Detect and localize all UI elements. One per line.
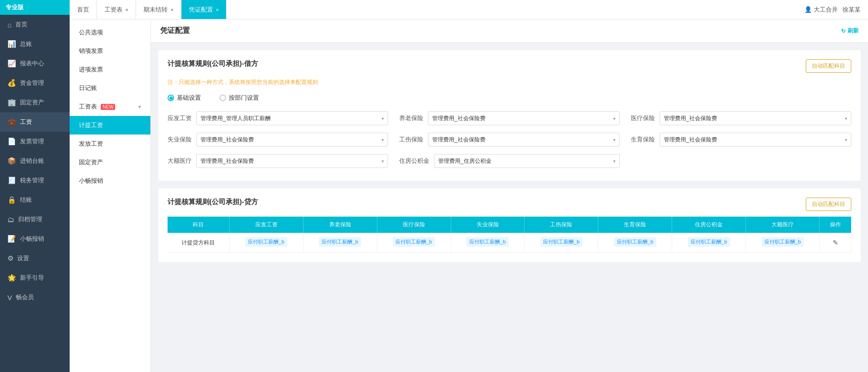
sidebar-item-assets-label: 固定资产: [20, 98, 44, 107]
user-icon: 👤 大工合并: [804, 6, 838, 14]
left-nav: 公共选项 销项发票 进项发票 日记账 工资表 NEW ▾ 计提工资 发放工资: [70, 19, 151, 372]
tax-icon: 🧾: [7, 176, 16, 185]
leftnav-public[interactable]: 公共选项: [70, 23, 150, 42]
leftnav-journal[interactable]: 日记账: [70, 79, 150, 97]
close-period-tab[interactable]: ×: [170, 7, 173, 13]
debit-field-unemploy: 失业保险 管理费用_社会保险费 ▾: [168, 133, 388, 147]
funds-icon: 💰: [7, 79, 16, 87]
leftnav-fixed-assets[interactable]: 固定资产: [70, 153, 150, 172]
sidebar-item-home[interactable]: ⌂ 首页: [0, 15, 70, 34]
home-icon: ⌂: [7, 21, 12, 29]
select-housing[interactable]: 管理费用_住房公积金 ▾: [434, 154, 620, 168]
sidebar-item-invoice-label: 发票管理: [20, 137, 44, 146]
leftnav-purchase-invoice[interactable]: 进项发票: [70, 60, 150, 79]
th-bigmed: 大额医疗: [746, 217, 820, 233]
select-medical[interactable]: 管理费用_社会保险费 ▾: [660, 111, 851, 125]
tab-period[interactable]: 期末结转 ×: [136, 0, 181, 19]
debit-field-medical: 医疗保险 管理费用_社会保险费 ▾: [631, 111, 851, 125]
archive-icon: 🗂: [7, 216, 14, 224]
sidebar-item-close[interactable]: 🔒 结账: [0, 190, 70, 210]
select-pension[interactable]: 管理费用_社会保险费 ▾: [428, 111, 620, 125]
leftnav-accrual[interactable]: 计提工资: [70, 116, 150, 135]
sidebar-item-ledger[interactable]: 📊 总账: [0, 34, 70, 54]
leftnav-disbursement[interactable]: 发放工资: [70, 135, 150, 153]
select-salary[interactable]: 管理费用_管理人员职工薪酬 ▾: [196, 111, 388, 125]
right-content: 凭证配置 ↻ 刷新 计提核算规则(公司承担)-借方 自动匹配科目 注：只能选择一…: [151, 19, 868, 372]
tab-home[interactable]: 首页: [70, 0, 97, 19]
expense-icon: 📝: [7, 235, 16, 243]
leftnav-sales-invoice[interactable]: 销项发票: [70, 42, 150, 60]
debit-title: 计提核算规则(公司承担)-借方: [168, 59, 258, 68]
credit-title: 计提核算规则(公司承担)-贷方: [168, 198, 258, 206]
dropdown-arrow: ▾: [382, 137, 384, 142]
debit-field-maternity: 生育保险 管理费用_社会保险费 ▾: [631, 133, 851, 147]
td-injury-val: 应付职工薪酬_b: [525, 233, 598, 253]
newbie-icon: 🌟: [7, 274, 16, 282]
sidebar-item-salary-label: 工资: [20, 118, 32, 126]
sidebar-item-member-label: 畅会员: [16, 293, 34, 301]
sidebar-item-salary[interactable]: 💼 工资: [0, 112, 70, 132]
close-voucher-tab[interactable]: ×: [216, 7, 219, 13]
th-housing: 住房公积金: [672, 217, 746, 233]
td-action[interactable]: ✎: [820, 233, 851, 253]
select-bigmed[interactable]: 管理费用_社会保险费 ▾: [196, 154, 388, 168]
th-injury: 工伤保险: [525, 217, 598, 233]
debit-field-housing: 住房公积金 管理费用_住房公积金 ▾: [399, 154, 620, 168]
topbar-right: 👤 大工合并 徐某某: [804, 6, 868, 14]
leftnav-payroll-table[interactable]: 工资表 NEW ▾: [70, 97, 150, 116]
sidebar-item-expense-label: 小畅报销: [20, 235, 44, 243]
td-row-label: 计提贷方科目: [168, 233, 229, 253]
auto-match-debit-button[interactable]: 自动匹配科目: [806, 59, 851, 73]
dropdown-arrow: ▾: [845, 116, 847, 121]
tab-voucher[interactable]: 凭证配置 ×: [181, 0, 227, 19]
sidebar-item-tax[interactable]: 🧾 税务管理: [0, 171, 70, 190]
sidebar-item-funds-label: 资金管理: [20, 79, 44, 87]
auto-match-credit-button[interactable]: 自动匹配科目: [806, 198, 851, 211]
sidebar-item-inventory[interactable]: 📦 进销台账: [0, 151, 70, 171]
leftnav-expense[interactable]: 小畅报销: [70, 172, 150, 190]
assets-icon: 🏢: [7, 98, 16, 107]
refresh-button[interactable]: ↻ 刷新: [841, 27, 859, 35]
label-housing: 住房公积金: [399, 157, 429, 165]
close-payroll-tab[interactable]: ×: [125, 7, 128, 13]
sidebar-item-settings[interactable]: ⚙ 设置: [0, 249, 70, 268]
credit-table: 科目 应发工资 养老保险 医疗保险 失业保险 工伤保险 生育保险 住房公积金 大…: [168, 217, 851, 253]
sidebar-item-ledger-label: 总账: [20, 40, 32, 48]
td-pension-val: 应付职工薪酬_b: [303, 233, 377, 253]
avatar: 徐某某: [842, 6, 861, 14]
debit-field-pension: 养老保险 管理费用_社会保险费 ▾: [399, 111, 620, 125]
sidebar-item-archive[interactable]: 🗂 归档管理: [0, 210, 70, 229]
td-maternity-val: 应付职工薪酬_b: [598, 233, 672, 253]
edit-icon[interactable]: ✎: [833, 239, 838, 246]
radio-basic[interactable]: 基础设置: [168, 94, 201, 102]
sidebar-item-assets[interactable]: 🏢 固定资产: [0, 93, 70, 112]
debit-field-salary: 应发工资 管理费用_管理人员职工薪酬 ▾: [168, 111, 388, 125]
th-medical: 医疗保险: [377, 217, 451, 233]
tab-payroll[interactable]: 工资表 ×: [97, 0, 136, 19]
member-icon: V: [7, 294, 12, 301]
sidebar-item-reports[interactable]: 📈 报表中心: [0, 54, 70, 73]
select-injury[interactable]: 管理费用_社会保险费 ▾: [428, 133, 620, 147]
sidebar-item-member[interactable]: V 畅会员: [0, 288, 70, 307]
th-maternity: 生育保险: [598, 217, 672, 233]
select-unemploy[interactable]: 管理费用_社会保险费 ▾: [196, 133, 388, 147]
td-unemploy-val: 应付职工薪酬_b: [451, 233, 525, 253]
td-medical-val: 应付职工薪酬_b: [377, 233, 451, 253]
dropdown-arrow: ▾: [382, 116, 384, 121]
page-title: 凭证配置: [160, 26, 190, 36]
radio-basic-circle: [168, 95, 174, 101]
td-bigmed-val: 应付职工薪酬_b: [746, 233, 820, 253]
new-badge: NEW: [101, 104, 115, 110]
sidebar-item-funds[interactable]: 💰 资金管理: [0, 73, 70, 93]
sidebar-item-newbie[interactable]: 🌟 新手引导: [0, 268, 70, 288]
radio-dept[interactable]: 按部门设置: [220, 94, 259, 102]
sidebar-item-expense[interactable]: 📝 小畅报销: [0, 229, 70, 249]
content-area: 公共选项 销项发票 进项发票 日记账 工资表 NEW ▾ 计提工资 发放工资: [70, 19, 868, 372]
radio-dept-circle: [220, 95, 226, 101]
dropdown-arrow: ▾: [613, 137, 615, 142]
sidebar-item-invoice[interactable]: 📄 发票管理: [0, 132, 70, 151]
invoice-icon: 📄: [7, 137, 16, 146]
radio-group: 基础设置 按部门设置: [168, 94, 851, 102]
select-maternity[interactable]: 管理费用_社会保险费 ▾: [660, 133, 851, 147]
label-bigmed: 大额医疗: [168, 157, 192, 165]
